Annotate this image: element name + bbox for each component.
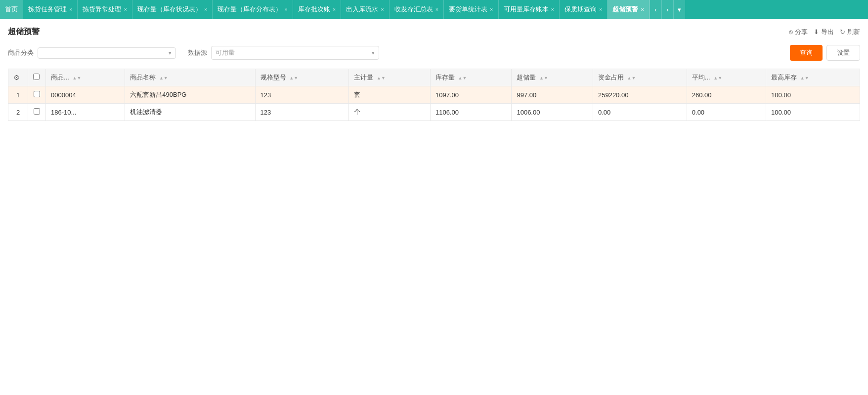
- nav-close-summary[interactable]: ×: [435, 6, 438, 12]
- nav-item-requisition[interactable]: 要货单统计表 ×: [444, 0, 498, 19]
- table-row: 1 0000004 六配套新昌490BPG 123 套 1097.00 997.…: [8, 86, 860, 104]
- table-header-max-stock[interactable]: 最高库存 ▲▼: [766, 69, 860, 86]
- nav-arrow-menu[interactable]: ▾: [673, 0, 685, 19]
- header-product-name-label: 商品名称: [130, 74, 156, 81]
- nav-item-task[interactable]: 拣货任务管理 ×: [23, 0, 78, 19]
- page-content: 超储预警 ⎋ 分享 ⬇ 导出 ↻ 刷新 商品分类 ▾ 数据源: [0, 19, 868, 395]
- table-header-avg[interactable]: 平均... ▲▼: [687, 69, 766, 86]
- header-product-code-label: 商品...: [51, 74, 69, 81]
- table-header-unit[interactable]: 主计量 ▲▼: [349, 69, 431, 86]
- row-index: 1: [8, 86, 28, 104]
- cell-overflow: 997.00: [512, 86, 593, 104]
- export-icon: ⬇: [814, 28, 819, 36]
- action-buttons: 查询 设置: [790, 45, 860, 61]
- cell-product-name: 机油滤清器: [125, 104, 255, 121]
- refresh-icon: ↻: [840, 28, 845, 36]
- nav-item-batch[interactable]: 库存批次账 ×: [293, 0, 341, 19]
- row-checkbox-1[interactable]: [34, 108, 40, 115]
- nav-item-abnormal[interactable]: 拣货异常处理 ×: [78, 0, 132, 19]
- export-button[interactable]: ⬇ 导出: [814, 28, 834, 37]
- datasource-select-value: 可用量: [216, 48, 235, 57]
- nav-close-abnormal[interactable]: ×: [124, 6, 127, 12]
- table-header-checkbox[interactable]: [28, 69, 46, 86]
- chevron-down-icon-2: ▾: [372, 50, 375, 56]
- table-header-spec[interactable]: 规格型号 ▲▼: [255, 69, 349, 86]
- table-header-product-code[interactable]: 商品... ▲▼: [46, 69, 125, 86]
- cell-unit: 个: [349, 104, 431, 121]
- sort-icon-capital: ▲▼: [627, 76, 636, 80]
- cell-overflow: 1006.00: [512, 104, 593, 121]
- settings-button[interactable]: 设置: [826, 45, 860, 61]
- nav-item-expiry[interactable]: 保质期查询 ×: [560, 0, 608, 19]
- nav-item-home[interactable]: 首页: [0, 0, 23, 19]
- nav-close-stock-dist[interactable]: ×: [284, 6, 287, 12]
- share-button[interactable]: ⎋ 分享: [789, 28, 808, 37]
- category-label: 商品分类: [8, 48, 34, 57]
- sort-icon-code: ▲▼: [72, 76, 81, 80]
- datasource-select[interactable]: 可用量 ▾: [211, 46, 379, 60]
- sort-icon-overflow: ▲▼: [539, 76, 548, 80]
- cell-max-stock: 100.00: [766, 86, 860, 104]
- header-stock-label: 库存量: [435, 74, 455, 81]
- table-header-settings[interactable]: ⚙: [8, 69, 28, 86]
- nav-item-overstock[interactable]: 超储预警 ×: [608, 0, 649, 19]
- nav-item-flow[interactable]: 出入库流水 ×: [341, 0, 389, 19]
- sort-icon-name: ▲▼: [159, 76, 168, 80]
- cell-product-name: 六配套新昌490BPG: [125, 86, 255, 104]
- row-index: 2: [8, 104, 28, 121]
- top-nav: 首页 拣货任务管理 × 拣货异常处理 × 现存量（库存状况表） × 现存量（库存…: [0, 0, 868, 19]
- cell-avg: 0.00: [687, 104, 766, 121]
- category-select[interactable]: ▾: [38, 47, 176, 59]
- table-header-product-name[interactable]: 商品名称 ▲▼: [125, 69, 255, 86]
- datasource-filter: 数据源 可用量 ▾: [188, 46, 379, 60]
- share-icon: ⎋: [789, 28, 793, 36]
- cell-max-stock: 100.00: [766, 104, 860, 121]
- page-header: 超储预警 ⎋ 分享 ⬇ 导出 ↻ 刷新: [8, 27, 860, 37]
- table-header-row: ⚙ 商品... ▲▼ 商品名称 ▲▼ 规格型号 ▲▼ 主计: [8, 69, 860, 86]
- data-table: ⚙ 商品... ▲▼ 商品名称 ▲▼ 规格型号 ▲▼ 主计: [8, 69, 860, 121]
- row-checkbox-cell[interactable]: [28, 104, 46, 121]
- nav-item-stock-status[interactable]: 现存量（库存状况表） ×: [132, 0, 213, 19]
- row-checkbox-cell[interactable]: [28, 86, 46, 104]
- category-filter: 商品分类 ▾: [8, 47, 176, 59]
- nav-arrow-right[interactable]: ›: [661, 0, 673, 19]
- cell-stock: 1106.00: [430, 104, 512, 121]
- nav-item-available[interactable]: 可用量库存账本 ×: [499, 0, 560, 19]
- nav-close-stock-status[interactable]: ×: [204, 6, 207, 12]
- refresh-button[interactable]: ↻ 刷新: [840, 28, 860, 37]
- nav-close-overstock[interactable]: ×: [641, 6, 644, 12]
- cell-product-code: 186-10...: [46, 104, 125, 121]
- table-header-capital[interactable]: 资金占用 ▲▼: [593, 69, 687, 86]
- cell-product-code: 0000004: [46, 86, 125, 104]
- nav-close-flow[interactable]: ×: [381, 6, 384, 12]
- gear-icon[interactable]: ⚙: [13, 74, 20, 81]
- nav-close-batch[interactable]: ×: [333, 6, 336, 12]
- nav-close-expiry[interactable]: ×: [599, 6, 602, 12]
- nav-close-task[interactable]: ×: [69, 6, 72, 12]
- header-unit-label: 主计量: [354, 74, 373, 81]
- chevron-down-icon: ▾: [169, 50, 172, 56]
- nav-item-stock-dist[interactable]: 现存量（库存分布表） ×: [213, 0, 293, 19]
- table-header-stock[interactable]: 库存量 ▲▼: [430, 69, 512, 86]
- sort-icon-stock: ▲▼: [458, 76, 467, 80]
- nav-close-requisition[interactable]: ×: [490, 6, 493, 12]
- sort-icon-spec: ▲▼: [289, 76, 298, 80]
- header-overflow-label: 超储量: [517, 74, 536, 81]
- sort-icon-unit: ▲▼: [377, 76, 386, 80]
- cell-stock: 1097.00: [430, 86, 512, 104]
- sort-icon-max: ▲▼: [800, 76, 809, 80]
- select-all-checkbox[interactable]: [33, 74, 40, 80]
- cell-capital: 0.00: [593, 104, 687, 121]
- cell-spec: 123: [255, 86, 349, 104]
- nav-close-available[interactable]: ×: [551, 6, 554, 12]
- header-avg-label: 平均...: [692, 74, 710, 81]
- header-spec-label: 规格型号: [260, 74, 286, 81]
- datasource-label: 数据源: [188, 48, 207, 57]
- header-actions: ⎋ 分享 ⬇ 导出 ↻ 刷新: [789, 28, 860, 37]
- row-checkbox-0[interactable]: [34, 91, 40, 97]
- table-header-overflow[interactable]: 超储量 ▲▼: [512, 69, 593, 86]
- table-row: 2 186-10... 机油滤清器 123 个 1106.00 1006.00 …: [8, 104, 860, 121]
- nav-item-summary[interactable]: 收发存汇总表 ×: [390, 0, 444, 19]
- query-button[interactable]: 查询: [790, 45, 823, 61]
- nav-arrow-left[interactable]: ‹: [650, 0, 661, 19]
